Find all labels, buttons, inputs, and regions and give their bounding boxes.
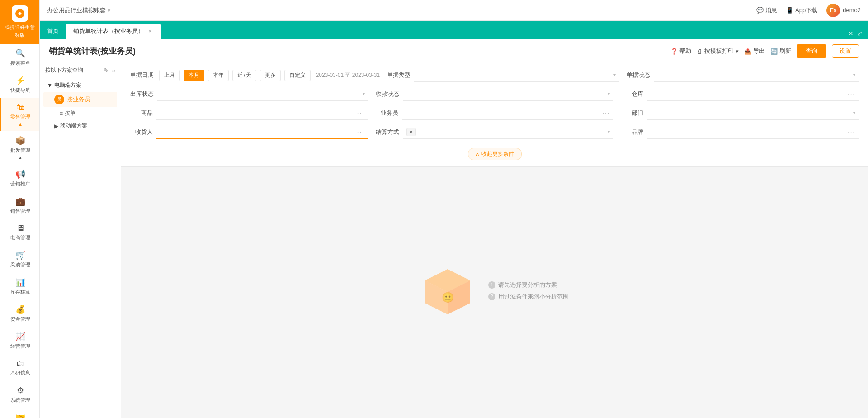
sidebar-item-purchase[interactable]: 🛒 采购管理	[0, 246, 40, 273]
tab-report-label: 销货单统计表（按业务员）	[73, 27, 144, 35]
step-1-text: 请先选择要分析的方案	[498, 281, 557, 289]
brand-control[interactable]: ···	[647, 125, 859, 139]
tab-close-all-icon[interactable]: ✕	[848, 30, 854, 37]
refresh-btn[interactable]: 🔄 刷新	[770, 47, 791, 55]
doc-status-control[interactable]: ▾	[654, 68, 859, 82]
sidebar-item-system[interactable]: ⚙ 系统管理	[0, 381, 40, 408]
app-download-label: App下载	[795, 6, 817, 14]
settings-button[interactable]: 设置	[832, 44, 859, 58]
consignee-control[interactable]: ···	[156, 125, 368, 139]
tab-home[interactable]: 首页	[40, 24, 66, 39]
page-actions: ❓ 帮助 🖨 按模板打印 ▾ 📤 导出 🔄 刷新 查询 设置	[670, 44, 859, 58]
sidebar-item-search[interactable]: 🔍 搜索菜单	[0, 44, 40, 71]
query-button[interactable]: 查询	[797, 44, 826, 58]
salesperson-control[interactable]: ···	[402, 106, 614, 120]
left-panel-title: 按以下方案查询	[45, 66, 83, 74]
app-download-icon: 📱	[786, 7, 793, 14]
by-order-icon: ≡	[60, 110, 63, 117]
goods-control[interactable]: ···	[156, 106, 368, 120]
app-download-btn[interactable]: 📱 App下载	[786, 6, 817, 14]
app-logo-text: 畅捷通好生意 标版	[5, 24, 35, 38]
export-btn[interactable]: 📤 导出	[744, 47, 765, 55]
tabbar: 首页 销货单统计表（按业务员） × ✕ ⤢	[40, 21, 868, 39]
doc-type-control[interactable]: ▾	[414, 68, 619, 82]
filter-field-consignee: 收货人 ···	[130, 125, 368, 139]
left-panel-actions: + ✎ «	[97, 67, 115, 74]
quicknav-icon: ⚡	[15, 76, 25, 86]
consignee-dots: ···	[357, 128, 365, 135]
sidebar-item-quicknav[interactable]: ⚡ 快捷导航	[0, 71, 40, 98]
tab-expand-icon[interactable]: ⤢	[857, 30, 863, 37]
collapse-chevron-icon: ∧	[476, 151, 480, 157]
date-btn-custom[interactable]: 自定义	[284, 70, 311, 81]
step-1-num: 1	[488, 281, 495, 289]
mobile-group-label: 移动端方案	[60, 122, 87, 130]
empty-state: 😐 1 请先选择要分析的方案 2 用过滤条件来缩小分析范围	[121, 167, 868, 418]
empty-step-2: 2 用过滤条件来缩小分析范围	[488, 293, 569, 301]
tab-close-btn[interactable]: ×	[146, 28, 154, 35]
warehouse-control[interactable]: ···	[647, 87, 859, 101]
date-btn-more[interactable]: 更多	[260, 70, 281, 81]
print-btn[interactable]: 🖨 按模板打印 ▾	[697, 47, 739, 55]
date-label: 单据日期	[130, 71, 154, 79]
receive-status-label: 收款状态	[376, 90, 399, 98]
filter-field-brand: 品牌 ···	[621, 125, 859, 139]
retail-icon: 🛍	[16, 103, 24, 112]
consignee-label: 收货人	[130, 128, 153, 136]
breadcrumb: 办公用品行业模拟账套 ▾	[47, 6, 111, 14]
settlement-control[interactable]: × ▾	[403, 125, 614, 139]
scheme-subitem-by-order[interactable]: ≡ 按单	[43, 107, 117, 119]
department-control[interactable]: ▾	[647, 106, 859, 120]
logo-icon	[12, 5, 28, 22]
sidebar-item-retail[interactable]: 🛍 零售管理 ▲	[0, 98, 40, 131]
goods-dots: ···	[357, 109, 365, 116]
edit-scheme-btn[interactable]: ✎	[104, 67, 109, 74]
collapse-panel-btn[interactable]: «	[112, 67, 115, 74]
user-area[interactable]: Ea demo2	[826, 4, 861, 17]
sidebar-item-basic[interactable]: 🗂 基础信息	[0, 354, 40, 381]
sidebar-item-system-label: 系统管理	[10, 397, 30, 404]
filter-field-date: 单据日期 上月 本月 本年 近7天 更多 自定义 2023-03-01 至 20…	[130, 70, 380, 81]
topbar-right: 💬 消息 📱 App下载 Ea demo2	[756, 4, 861, 17]
collapse-conditions-btn[interactable]: ∧ 收起更多条件	[468, 148, 522, 160]
tabbar-right: ✕ ⤢	[848, 30, 868, 39]
message-btn[interactable]: 💬 消息	[756, 6, 777, 14]
receive-status-control[interactable]: ▾	[403, 87, 614, 101]
filter-row-4: 收货人 ··· 结算方式 ×	[130, 125, 859, 139]
sidebar-item-cooperation[interactable]: 🤝 企业协同	[0, 408, 40, 418]
doc-status-label: 单据状态	[627, 71, 650, 79]
scheme-item-by-salesperson[interactable]: 员 按业务员	[43, 92, 117, 107]
date-btn-last-month[interactable]: 上月	[159, 70, 180, 81]
collapse-label: 收起更多条件	[481, 150, 514, 158]
date-btn-last-7[interactable]: 近7天	[232, 70, 256, 81]
sidebar-item-sales[interactable]: 💼 销售管理	[0, 192, 40, 219]
sidebar-item-wholesale[interactable]: 📦 批发管理 ▲	[0, 131, 40, 165]
desktop-group-arrow: ▼	[47, 82, 52, 89]
help-btn[interactable]: ❓ 帮助	[670, 47, 691, 55]
settlement-badge-x[interactable]: ×	[410, 129, 413, 135]
add-scheme-btn[interactable]: +	[97, 67, 101, 74]
date-btn-current-month[interactable]: 本月	[184, 70, 204, 81]
scheme-by-order-label: 按单	[65, 109, 75, 117]
sidebar-item-marketing[interactable]: 📢 营销推广	[0, 165, 40, 192]
warehouse-dots: ···	[848, 90, 855, 97]
scheme-group-mobile-header[interactable]: ▶ 移动端方案	[43, 119, 117, 133]
avatar[interactable]: Ea	[826, 4, 840, 17]
tab-home-label: 首页	[47, 27, 59, 35]
sidebar-item-inventory[interactable]: 📊 库存核算	[0, 273, 40, 300]
sidebar-item-retail-label: 零售管理	[10, 114, 30, 120]
filter-field-doc-type: 单据类型 ▾	[387, 68, 619, 82]
sales-icon: 💼	[15, 196, 25, 206]
tab-report[interactable]: 销货单统计表（按业务员） ×	[66, 24, 161, 39]
sidebar-item-ecommerce[interactable]: 🖥 电商管理	[0, 219, 40, 246]
content-area: 销货单统计表(按业务员) ❓ 帮助 🖨 按模板打印 ▾ 📤 导出 🔄 刷新	[40, 39, 868, 418]
scheme-group-desktop-header[interactable]: ▼ 电脑端方案	[43, 79, 117, 92]
settlement-value: ×	[406, 128, 416, 136]
out-status-control[interactable]: ▾	[157, 87, 368, 101]
sidebar-item-wholesale-label: 批发管理	[10, 147, 30, 154]
main-area: 办公用品行业模拟账套 ▾ 💬 消息 📱 App下载 Ea demo2 首页	[40, 0, 868, 418]
sidebar-item-operations[interactable]: 📈 经营管理	[0, 327, 40, 354]
scheme-group-desktop: ▼ 电脑端方案 员 按业务员 ≡ 按单 ▶ 移动端方案	[40, 79, 121, 133]
sidebar-item-finance[interactable]: 💰 资金管理	[0, 300, 40, 327]
date-btn-current-year[interactable]: 本年	[208, 70, 229, 81]
